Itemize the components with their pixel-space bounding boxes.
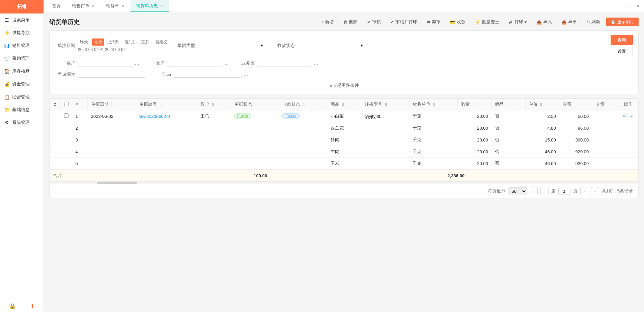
doc-type-select[interactable]: ▾ xyxy=(198,42,265,49)
export-button[interactable]: 📤 导出 xyxy=(558,18,580,26)
column-customer[interactable]: 客户 ⇅ xyxy=(197,99,231,110)
row-goods-cell: 西兰花 xyxy=(327,122,361,134)
page-label: 第 xyxy=(551,188,556,194)
shortcut-custom[interactable]: 自定义 xyxy=(153,38,169,46)
per-page-select[interactable]: 50 100 200 xyxy=(508,187,527,195)
sidebar-item-sales-mgmt[interactable]: 📊 销售管理 xyxy=(0,39,44,52)
tab-sales-goods-label: 销货单 xyxy=(106,3,119,9)
delete-button[interactable]: 🗑 删除 xyxy=(340,18,361,26)
scrollbar-thumb[interactable] xyxy=(97,182,137,184)
column-doc-status[interactable]: 单据状态 ⇅ xyxy=(231,99,279,110)
page-number-input[interactable] xyxy=(558,188,570,195)
goods-input[interactable] xyxy=(174,70,241,78)
collapse-row[interactable]: ∧ 收起更多条件 xyxy=(55,81,633,90)
sidebar-item-stock-calc[interactable]: 🏠 库存核算 xyxy=(0,65,44,78)
shortcut-today[interactable]: 今天 xyxy=(92,38,104,46)
row-check-cell xyxy=(61,134,72,146)
sidebar-item-purchase-mgmt[interactable]: 🛒 采购管理 xyxy=(0,52,44,65)
audit-button[interactable]: ✔ 审核 xyxy=(364,18,384,26)
row-doc-no-cell[interactable]: SA-20230602-0 xyxy=(136,110,197,122)
sidebar-item-label: 库存核算 xyxy=(12,68,30,74)
sidebar-item-label: 系统管理 xyxy=(12,120,30,126)
date-range-value: 2023-06-02 至 2023-06-02 xyxy=(78,47,169,53)
col-gift-label: 赠品 xyxy=(495,102,504,107)
warehouse-input[interactable] xyxy=(167,59,221,67)
window-minimize-icon[interactable]: － xyxy=(625,2,633,10)
discard-button[interactable]: ✖ 弃审 xyxy=(423,18,444,26)
audit-print-button[interactable]: ✔ 审核并打印 xyxy=(387,18,421,26)
prev-page-button[interactable]: ‹ xyxy=(540,187,549,195)
show-detail-button[interactable]: 📋 显示明细 xyxy=(606,18,639,26)
column-spec[interactable]: 规格型号 ⇅ xyxy=(361,99,409,110)
goods-more-icon[interactable]: ... xyxy=(244,71,248,77)
row-doc-no-cell[interactable] xyxy=(136,146,197,158)
import-button[interactable]: 📥 导入 xyxy=(533,18,555,26)
refresh-button[interactable]: ↻ 刷新 xyxy=(583,18,604,26)
row-price-cell: 15.00 xyxy=(525,134,559,146)
row-doc-no-cell[interactable] xyxy=(136,158,197,170)
tab-sales-order[interactable]: 销售订单 × xyxy=(66,0,101,12)
window-close-icon[interactable]: × xyxy=(635,3,641,9)
tab-sales-goods-close[interactable]: × xyxy=(121,4,124,8)
column-collect-status[interactable]: 收款状态 ⇅ xyxy=(279,99,327,110)
next-page-button[interactable]: › xyxy=(580,187,588,195)
row-doc-no-cell[interactable] xyxy=(136,122,197,134)
warehouse-more-icon[interactable]: ... xyxy=(224,60,228,66)
collect-status-label: 收款状态 xyxy=(275,43,295,49)
customer-input[interactable] xyxy=(78,59,132,67)
column-gear[interactable]: ⚙ xyxy=(50,99,61,110)
query-button[interactable]: 查询 xyxy=(611,35,633,45)
row-doc-no-cell[interactable] xyxy=(136,134,197,146)
sidebar-pause-icon[interactable]: ⏸ xyxy=(29,303,34,309)
sidebar-item-quick-nav[interactable]: ⚡ 快捷导航 xyxy=(0,26,44,39)
print-icon: 🖨 xyxy=(509,20,513,25)
tab-sales-order-close[interactable]: × xyxy=(91,4,95,8)
row-checkbox[interactable] xyxy=(64,113,68,118)
horizontal-scrollbar[interactable] xyxy=(50,181,638,184)
first-page-button[interactable]: « xyxy=(530,187,538,195)
column-goods[interactable]: 商品 ⇅ xyxy=(327,99,361,110)
column-gift[interactable]: 赠品 ⇅ xyxy=(492,99,526,110)
row-doc-date-cell xyxy=(88,158,136,170)
tab-sales-history[interactable]: 销货单历史 × xyxy=(131,0,169,12)
salesperson-more-icon[interactable]: ... xyxy=(314,60,318,66)
sidebar-item-sys-mgmt[interactable]: ⚙ 系统管理 xyxy=(0,116,44,129)
stock-calc-icon: 🏠 xyxy=(4,69,9,74)
audit-label: 审核 xyxy=(372,19,381,25)
tab-sales-goods[interactable]: 销货单 × xyxy=(101,0,130,12)
data-table: ⚙ # 单据日期 ⇅ 单据编号 ⇅ xyxy=(50,99,638,170)
column-qty[interactable]: 数量 ⇅ xyxy=(457,99,492,110)
edit-action-icon[interactable]: ✏ xyxy=(623,114,626,119)
batch-change-button[interactable]: ⚡ 批量变更 xyxy=(472,18,503,26)
collect-status-select[interactable]: ▾ xyxy=(298,42,365,49)
column-price[interactable]: 单价 ⇅ xyxy=(525,99,559,110)
shortcut-more[interactable]: 更多 xyxy=(139,38,151,46)
doc-no-input[interactable] xyxy=(78,70,145,78)
tab-sales-history-close[interactable]: × xyxy=(160,3,163,8)
shortcut-7days[interactable]: 近7天 xyxy=(106,38,121,46)
column-doc-date[interactable]: 单据日期 ⇅ xyxy=(88,99,136,110)
last-page-button[interactable]: » xyxy=(591,187,599,195)
sidebar-item-basic-info[interactable]: 📁 基础信息 xyxy=(0,103,44,116)
more-action-icon[interactable]: ⋯ xyxy=(629,114,634,119)
row-no-cell: 4 xyxy=(72,146,88,158)
sidebar-item-ops-mgmt[interactable]: 📋 经营管理 xyxy=(0,90,44,103)
settings-button[interactable]: 设置 xyxy=(611,47,633,56)
tab-home[interactable]: 首页 xyxy=(47,0,66,12)
collect-button[interactable]: 💳 收款 xyxy=(447,18,469,26)
sidebar-lock-icon[interactable]: 🔒 xyxy=(9,303,16,309)
print-button[interactable]: 🖨 打印 ▾ xyxy=(505,18,530,26)
column-unit[interactable]: 销售单位 ⇅ xyxy=(409,99,457,110)
new-button[interactable]: + 新增 xyxy=(317,18,337,26)
sidebar-item-search-menu[interactable]: ☰ 搜索菜单 xyxy=(0,14,44,26)
shortcut-1month[interactable]: 近1月 xyxy=(123,38,137,46)
sidebar-item-capital-mgmt[interactable]: 💰 资金管理 xyxy=(0,78,44,90)
salesperson-input[interactable] xyxy=(257,59,311,67)
sys-mgmt-icon: ⚙ xyxy=(4,120,9,125)
row-no-cell: 3 xyxy=(72,134,88,146)
shortcut-yesterday[interactable]: 昨天 xyxy=(78,38,90,46)
select-all-checkbox[interactable] xyxy=(64,102,68,106)
column-doc-no[interactable]: 单据编号 ⇅ xyxy=(136,99,197,110)
customer-more-icon[interactable]: ... xyxy=(135,60,139,66)
row-doc-date-cell xyxy=(88,134,136,146)
